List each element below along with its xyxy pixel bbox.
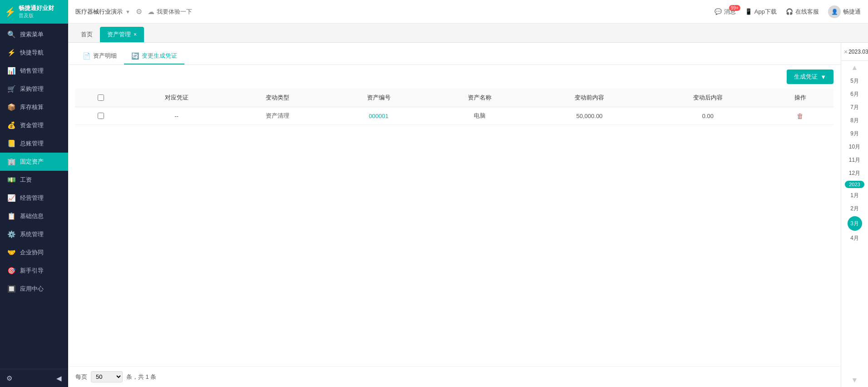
sidebar-toggle-icon[interactable]: ◀ [56, 374, 62, 382]
sidebar-item-quick-nav[interactable]: ⚡ 快捷导航 [0, 44, 68, 62]
business-icon: 📈 [7, 194, 15, 202]
date-month-9[interactable]: 1月 [841, 189, 868, 202]
row-checkbox-0[interactable] [98, 113, 104, 119]
feedback-btn[interactable]: ☁ 我要体验一下 [148, 8, 192, 16]
customer-service-btn[interactable]: 🎧 在线客服 [786, 8, 819, 16]
date-month-1[interactable]: 6月 [841, 88, 868, 101]
date-month-12[interactable]: 4月 [841, 232, 868, 245]
sidebar-item-sales[interactable]: 📊 销售管理 [0, 62, 68, 80]
sidebar-item-purchase[interactable]: 🛒 采购管理 [0, 80, 68, 98]
sidebar-item-label-ledger: 总账管理 [20, 139, 44, 148]
select-all-checkbox[interactable] [98, 94, 104, 101]
date-month-4[interactable]: 9月 [841, 127, 868, 140]
tab-asset-management[interactable]: 资产管理 × [100, 27, 144, 42]
date-year-2023[interactable]: 2023 [845, 181, 864, 188]
sidebar-item-basic-info[interactable]: 📋 基础信息 [0, 207, 68, 225]
sidebar-item-inventory[interactable]: 📦 库存核算 [0, 98, 68, 116]
settings-icon[interactable]: ⚙ [6, 374, 12, 382]
table-body: -- 资产清理 000001 电脑 50,000.00 0.00 🗑 [75, 107, 833, 125]
col-voucher-header: 对应凭证 [126, 89, 227, 107]
date-down-arrow[interactable]: ▼ [841, 373, 868, 387]
app-download-btn[interactable]: 📱 App下载 [745, 8, 777, 16]
content-main: 📄 资产明细 🔄 变更生成凭证 生成凭证 ▼ [68, 43, 841, 387]
inventory-icon: 📦 [7, 103, 15, 111]
panel-close-btn[interactable]: × [843, 47, 848, 56]
topbar: 医疗器械行业演示 ▼ ⚙ ☁ 我要体验一下 💬 消息 99+ 📱 App下载 🎧… [68, 0, 868, 24]
finance-icon: 💰 [7, 121, 15, 129]
tab-home[interactable]: 首页 [75, 27, 98, 42]
per-page-label: 每页 [75, 373, 87, 381]
sidebar: ⚡ 畅捷通好业财 普及版 🔍 搜索菜单 ⚡ 快捷导航 📊 销售管理 🛒 采购管理… [0, 0, 68, 387]
date-month-7[interactable]: 12月 [841, 167, 868, 180]
content-area: 📄 资产明细 🔄 变更生成凭证 生成凭证 ▼ [68, 43, 868, 387]
sidebar-item-label-quick-nav: 快捷导航 [20, 49, 44, 57]
sidebar-item-ledger[interactable]: 📒 总账管理 [0, 134, 68, 153]
col-checkbox [75, 89, 126, 107]
sidebar-item-business[interactable]: 📈 经营管理 [0, 189, 68, 207]
sidebar-item-fixed-assets[interactable]: 🏢 固定资产 [0, 153, 68, 171]
toolbar: 生成凭证 ▼ [68, 65, 841, 89]
generate-voucher-label: 生成凭证 [794, 73, 818, 81]
sidebar-item-coop[interactable]: 🤝 企业协同 [0, 243, 68, 262]
sidebar-item-label-system: 系统管理 [20, 230, 44, 238]
pagination: 每页 50 10 20 100 条，共 1 条 [68, 366, 841, 387]
sidebar-item-label-search: 搜索菜单 [20, 30, 44, 39]
date-month-0[interactable]: 5月 [841, 74, 868, 88]
sidebar-logo: ⚡ 畅捷通好业财 普及版 [0, 0, 68, 24]
sidebar-item-guide[interactable]: 🎯 新手引导 [0, 262, 68, 280]
username-label: 畅捷通 [843, 8, 861, 16]
app-download-icon: 📱 [745, 8, 752, 15]
fixed-assets-icon: 🏢 [7, 158, 15, 166]
user-menu-btn[interactable]: 👤 畅捷通 [828, 5, 861, 18]
date-month-6[interactable]: 11月 [841, 154, 868, 167]
generate-voucher-btn[interactable]: 生成凭证 ▼ [787, 69, 833, 84]
table-row: -- 资产清理 000001 电脑 50,000.00 0.00 🗑 [75, 107, 833, 125]
col-asset-name-header: 资产名称 [429, 89, 531, 107]
tab-change-voucher[interactable]: 🔄 变更生成凭证 [124, 48, 184, 64]
data-table: 对应凭证 变动类型 资产编号 资产名称 变动前内容 变动后内容 操作 [75, 89, 833, 125]
tab-active-label: 资产管理 [107, 30, 131, 39]
company-selector[interactable]: 医疗器械行业演示 ▼ [75, 8, 130, 16]
sidebar-item-search[interactable]: 🔍 搜索菜单 [0, 25, 68, 44]
cell-after-change-0: 0.00 [649, 107, 767, 125]
tab-home-label: 首页 [81, 31, 93, 38]
inner-tabs: 📄 资产明细 🔄 变更生成凭证 [68, 43, 841, 65]
date-month-10[interactable]: 2月 [841, 202, 868, 215]
cell-asset-name-0: 电脑 [429, 107, 531, 125]
date-month-2[interactable]: 7月 [841, 101, 868, 114]
logo-version: 普及版 [19, 12, 54, 19]
app-download-label: App下载 [754, 8, 777, 16]
sidebar-item-label-coop: 企业协同 [20, 248, 44, 257]
delete-btn-0[interactable]: 🗑 [797, 112, 804, 120]
date-month-active[interactable]: 3月 [848, 216, 862, 231]
col-before-change-header: 变动前内容 [530, 89, 649, 107]
sidebar-item-payroll[interactable]: 💵 工资 [0, 171, 68, 189]
panel-title: 2023.03 [848, 49, 868, 55]
messages-btn[interactable]: 💬 消息 99+ [714, 8, 736, 16]
tab-nav: 首页 资产管理 × [68, 24, 868, 43]
per-page-select[interactable]: 50 10 20 100 [91, 371, 123, 382]
sidebar-item-system[interactable]: ⚙️ 系统管理 [0, 225, 68, 243]
cell-voucher-0: -- [126, 107, 227, 125]
date-month-3[interactable]: 8月 [841, 114, 868, 127]
date-up-arrow[interactable]: ▲ [841, 61, 868, 74]
tab-close-btn[interactable]: × [134, 31, 137, 38]
purchase-icon: 🛒 [7, 85, 15, 93]
sidebar-item-apps[interactable]: 🔲 应用中心 [0, 280, 68, 298]
date-month-5[interactable]: 10月 [841, 140, 868, 154]
messages-icon: 💬 [714, 8, 722, 15]
sidebar-item-label-fixed-assets: 固定资产 [20, 158, 44, 166]
sidebar-item-label-inventory: 库存核算 [20, 103, 44, 111]
topbar-settings-icon[interactable]: ⚙ [136, 7, 142, 16]
payroll-icon: 💵 [7, 176, 15, 184]
cell-action-0: 🗑 [767, 107, 833, 125]
tab-asset-detail[interactable]: 📄 资产明细 [75, 48, 124, 64]
logo-name: 畅捷通好业财 [19, 5, 54, 12]
sales-icon: 📊 [7, 67, 15, 75]
sidebar-item-finance[interactable]: 💰 资金管理 [0, 116, 68, 134]
col-asset-no-header: 资产编号 [328, 89, 429, 107]
company-dropdown-icon: ▼ [125, 9, 130, 15]
cell-change-type-0: 资产清理 [227, 107, 328, 125]
search-icon: 🔍 [7, 30, 15, 39]
date-list: 5月6月7月8月9月10月11月12月20231月2月3月4月 [841, 74, 868, 373]
